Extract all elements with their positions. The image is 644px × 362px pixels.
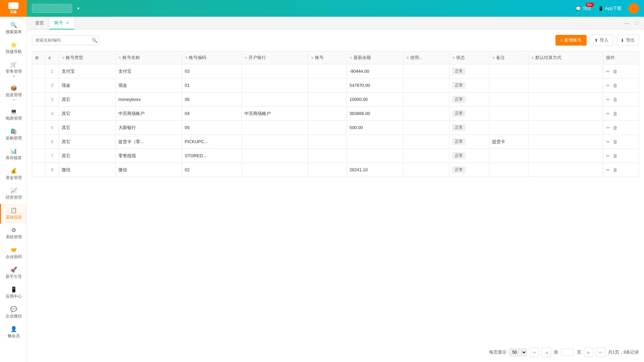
top-search-input[interactable]	[32, 4, 72, 13]
sidebar-icon-10: ⚙	[11, 227, 16, 233]
sidebar-item-12[interactable]: 🚀 新手引导	[0, 263, 26, 283]
page-prev-button[interactable]: ◀	[542, 348, 551, 357]
sidebar-item-13[interactable]: 📱 应用中心	[0, 283, 26, 303]
toolbar: 🔍 + 新增账号 ⬆ 导入 ⬇ 导出	[32, 35, 639, 46]
row-note-0	[489, 64, 528, 78]
edit-button-5[interactable]: ✏	[606, 139, 610, 144]
sidebar-label-4: 电商管理	[6, 116, 22, 121]
delete-button-6[interactable]: 🗑	[613, 153, 618, 159]
edit-button-0[interactable]: ✏	[606, 69, 610, 74]
status-badge-2: 正常	[452, 96, 466, 103]
row-settlement-6	[528, 149, 603, 163]
row-balance-7: 28241.10	[346, 163, 403, 177]
row-settings-5	[32, 135, 46, 149]
row-settlement-5	[528, 135, 603, 149]
sidebar-item-14[interactable]: 💬 企业微信	[0, 303, 26, 322]
sidebar-item-5[interactable]: 🛍️ 采购管理	[0, 125, 26, 144]
sidebar-item-7[interactable]: 💰 资金管理	[0, 164, 26, 184]
row-bank-0	[242, 64, 308, 78]
export-button[interactable]: ⬇ 导出	[616, 35, 639, 46]
row-balance-0: -90444.00	[346, 64, 403, 78]
export-label: 导出	[626, 37, 635, 43]
sidebar-item-4[interactable]: 💻 电商管理	[0, 105, 26, 125]
col-settings[interactable]: ⚙	[32, 51, 46, 64]
tab-close-1[interactable]: ✕	[66, 20, 69, 25]
sidebar-item-6[interactable]: 📊 库存核算	[0, 144, 26, 164]
edit-button-2[interactable]: ✏	[606, 97, 610, 102]
search-input[interactable]	[32, 36, 89, 45]
user-avatar[interactable]	[628, 3, 639, 14]
col-note[interactable]: ⇅备注	[489, 51, 528, 64]
tab-1[interactable]: 账号✕	[49, 17, 74, 29]
app-download-button[interactable]: 📱 App下载	[598, 5, 622, 11]
row-balance-5	[346, 135, 403, 149]
col-account[interactable]: ⇅账号	[308, 51, 347, 64]
page-next-button[interactable]: ▶	[584, 348, 593, 357]
row-usage-5	[403, 135, 449, 149]
message-icon: 💬	[576, 6, 581, 11]
sidebar-icon-1: ⭐	[10, 42, 17, 48]
col-status[interactable]: ⇅状态	[449, 51, 489, 64]
import-button[interactable]: ⬆ 导入	[590, 35, 613, 46]
messages-button[interactable]: 💬 消息 99+	[576, 5, 591, 11]
top-bar-dropdown-icon[interactable]: ▾	[77, 6, 79, 11]
col-name[interactable]: ⇅账号名称	[115, 51, 182, 64]
edit-button-7[interactable]: ✏	[606, 167, 610, 173]
row-code-5: PICKUPC...	[182, 135, 241, 149]
tab-0[interactable]: 首页	[30, 17, 49, 29]
edit-button-6[interactable]: ✏	[606, 153, 610, 159]
sidebar-item-2[interactable]: 🛒 零售管理 ▾	[0, 58, 26, 81]
sidebar-item-15[interactable]: 👤 畅会员	[0, 322, 26, 342]
edit-button-4[interactable]: ✏	[606, 125, 610, 130]
delete-button-4[interactable]: 🗑	[613, 125, 618, 130]
sidebar-item-11[interactable]: 🤝 企业协同	[0, 243, 26, 263]
page-end-label: 页	[577, 349, 581, 355]
sidebar-label-1: 快捷导航	[6, 49, 22, 55]
search-box: 🔍	[32, 36, 99, 45]
status-badge-6: 正常	[452, 152, 466, 159]
row-index-2: 3	[46, 93, 59, 107]
messages-badge: 99+	[586, 3, 594, 7]
delete-button-1[interactable]: 🗑	[613, 83, 618, 88]
row-settlement-1	[528, 78, 603, 93]
col-balance[interactable]: ⇅最新余额	[346, 51, 403, 64]
page-size-select[interactable]: 50 100	[509, 348, 527, 356]
col-default-settlement[interactable]: ⇅默认结算方式	[528, 51, 603, 64]
tab-window-controls: — □	[623, 19, 641, 27]
delete-button-7[interactable]: 🗑	[613, 167, 618, 173]
sidebar-nav: 🔍 搜索菜单 ⭐ 快捷导航 🛒 零售管理 ▾ 📦 批发管理 ▾ 💻 电商管理 🛍…	[0, 18, 26, 342]
logo-icon	[8, 2, 18, 9]
maximize-button[interactable]: □	[633, 19, 641, 27]
search-button[interactable]: 🔍	[89, 36, 99, 45]
tab-label-0: 首页	[35, 20, 44, 26]
content-area: 🔍 + 新增账号 ⬆ 导入 ⬇ 导出 ⚙ # ⇅账号类型	[27, 29, 644, 362]
edit-button-1[interactable]: ✏	[606, 83, 610, 88]
sidebar-item-9[interactable]: 📋 基础信息	[0, 204, 26, 224]
sidebar-icon-9: 📋	[10, 207, 17, 214]
page-input[interactable]: 1	[561, 349, 574, 356]
delete-button-2[interactable]: 🗑	[613, 97, 618, 102]
sidebar-item-10[interactable]: ⚙ 系统管理	[0, 224, 26, 243]
delete-button-0[interactable]: 🗑	[613, 69, 618, 74]
page-last-button[interactable]: ⏭	[596, 348, 605, 357]
col-type[interactable]: ⇅账号类型	[59, 51, 116, 64]
edit-button-3[interactable]: ✏	[606, 111, 610, 116]
delete-button-5[interactable]: 🗑	[613, 139, 618, 144]
add-account-button[interactable]: + 新增账号	[555, 35, 587, 46]
row-usage-0	[403, 64, 449, 78]
col-code[interactable]: ⇅账号编码	[182, 51, 241, 64]
sidebar-label-0: 搜索菜单	[6, 29, 22, 35]
page-first-button[interactable]: ⏮	[530, 348, 539, 357]
sidebar-item-1[interactable]: ⭐ 快捷导航	[0, 38, 26, 58]
col-usage[interactable]: ⇅使用...	[403, 51, 449, 64]
sidebar-item-8[interactable]: 📈 经营管理	[0, 184, 26, 204]
table-row: 6 其它 提货卡（零... PICKUPC... 正常 提货卡 ✏ 🗑	[32, 135, 639, 149]
row-index-5: 6	[46, 135, 59, 149]
minimize-button[interactable]: —	[623, 19, 631, 27]
row-usage-3	[403, 107, 449, 121]
sidebar-item-0[interactable]: 🔍 搜索菜单	[0, 18, 26, 38]
col-bank[interactable]: ⇅开户银行	[242, 51, 308, 64]
delete-button-3[interactable]: 🗑	[613, 111, 618, 116]
top-bar: ▾ 💬 消息 99+ 📱 App下载	[27, 0, 644, 17]
sidebar-item-3[interactable]: 📦 批发管理 ▾	[0, 81, 26, 105]
